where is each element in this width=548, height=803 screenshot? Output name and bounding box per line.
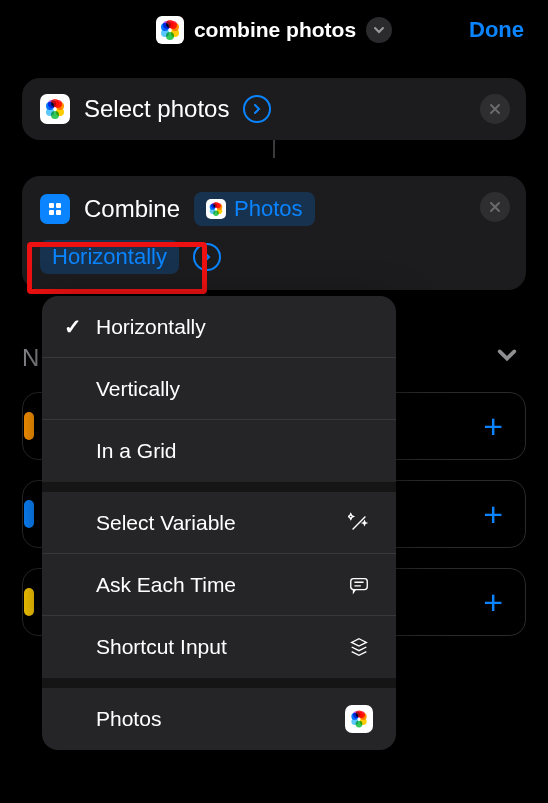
plus-icon: + xyxy=(483,407,503,446)
header: combine photos Done xyxy=(0,0,548,60)
section-letter: N xyxy=(22,344,39,371)
menu-item-label: Shortcut Input xyxy=(90,635,344,659)
photos-app-icon xyxy=(206,199,226,219)
combine-action-icon xyxy=(40,194,70,224)
photos-app-icon xyxy=(344,705,374,733)
action-card-combine[interactable]: Combine Photos Horizontally xyxy=(22,176,526,290)
chevron-down-icon xyxy=(373,24,385,36)
menu-item-vertically[interactable]: Vertically xyxy=(42,358,396,420)
variable-token-photos[interactable]: Photos xyxy=(194,192,315,226)
menu-item-photos-source[interactable]: Photos xyxy=(42,688,396,750)
plus-icon: + xyxy=(483,583,503,622)
message-icon xyxy=(344,574,374,596)
menu-item-grid[interactable]: In a Grid xyxy=(42,420,396,482)
menu-item-ask-each-time[interactable]: Ask Each Time xyxy=(42,554,396,616)
connector-line xyxy=(273,140,275,158)
menu-item-label: In a Grid xyxy=(90,439,374,463)
disclosure-button[interactable] xyxy=(193,243,221,271)
photos-app-icon xyxy=(40,94,70,124)
shortcut-icon xyxy=(156,16,184,44)
svg-rect-2 xyxy=(49,210,54,215)
action-title: Combine xyxy=(84,195,180,223)
menu-item-label: Select Variable xyxy=(90,511,344,535)
menu-item-select-variable[interactable]: Select Variable xyxy=(42,492,396,554)
svg-rect-4 xyxy=(351,578,368,589)
action-title: Select photos xyxy=(84,95,229,123)
remove-action-button[interactable] xyxy=(480,192,510,222)
header-center: combine photos xyxy=(156,16,392,44)
plus-icon: + xyxy=(483,495,503,534)
chevron-down-icon xyxy=(496,344,518,366)
grid-icon xyxy=(47,201,63,217)
menu-item-label: Ask Each Time xyxy=(90,573,344,597)
checkmark-icon: ✓ xyxy=(64,315,90,339)
close-icon xyxy=(489,201,501,213)
menu-item-shortcut-input[interactable]: Shortcut Input xyxy=(42,616,396,678)
svg-rect-0 xyxy=(49,203,54,208)
mode-picker-popover: ✓ Horizontally Vertically In a Grid Sele… xyxy=(42,296,396,750)
svg-rect-3 xyxy=(56,210,61,215)
chevron-right-icon xyxy=(252,104,262,114)
menu-separator xyxy=(42,482,396,492)
menu-item-label: Photos xyxy=(90,707,344,731)
done-button[interactable]: Done xyxy=(469,0,524,60)
disclosure-button[interactable] xyxy=(243,95,271,123)
shortcut-title[interactable]: combine photos xyxy=(194,18,356,42)
wand-icon xyxy=(344,512,374,534)
menu-item-label: Vertically xyxy=(90,377,374,401)
menu-item-label: Horizontally xyxy=(90,315,374,339)
stack-input-icon xyxy=(344,636,374,658)
shortcut-menu-button[interactable] xyxy=(366,17,392,43)
workspace: Select photos Combine xyxy=(0,60,548,290)
chevron-right-icon xyxy=(202,252,212,262)
svg-rect-1 xyxy=(56,203,61,208)
action-card-select-photos[interactable]: Select photos xyxy=(22,78,526,140)
remove-action-button[interactable] xyxy=(480,94,510,124)
menu-separator xyxy=(42,678,396,688)
menu-item-horizontally[interactable]: ✓ Horizontally xyxy=(42,296,396,358)
mode-token[interactable]: Horizontally xyxy=(40,240,179,274)
variable-label: Photos xyxy=(234,196,303,222)
close-icon xyxy=(489,103,501,115)
